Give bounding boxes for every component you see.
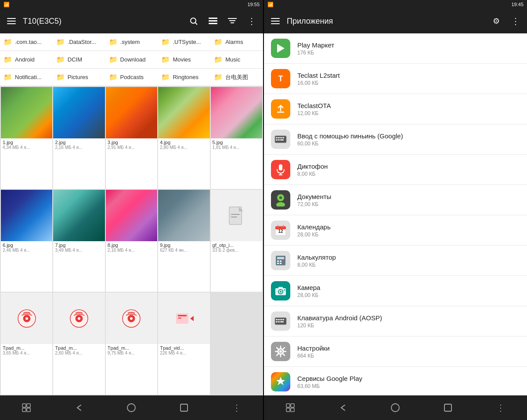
left-more-icon[interactable]: ⋮ (245, 15, 258, 27)
left-recent-btn[interactable] (18, 399, 35, 416)
folder-ringtones[interactable]: 📁 Ringtones (158, 69, 210, 86)
file-name-4jpg: 4.jpg (160, 140, 208, 145)
svg-rect-32 (180, 404, 188, 411)
search-icon[interactable] (188, 15, 200, 27)
folder-download[interactable]: 📁 Download (105, 51, 158, 69)
file-item-4jpg[interactable]: 4.jpg 2,80 МБ 4 я... (158, 87, 209, 189)
folder-podcasts[interactable]: 📁 Podcasts (105, 69, 158, 86)
left-home-btn[interactable] (123, 399, 140, 416)
file-info-tpad1: Tpad_m... 3,65 МБ 4 я... (1, 344, 52, 357)
file-meta-7jpg: 3,49 МБ 4 я... (55, 248, 103, 253)
app-name-teclastl2: Teclast L2start (297, 72, 520, 79)
folder-dcim[interactable]: 📁 DCIM (53, 51, 105, 69)
app-item-gplayservices[interactable]: Сервисы Google Play 63,60 МБ (264, 367, 527, 395)
folder-com-tao[interactable]: 📁 .com.tao... (0, 33, 53, 51)
folder-utsyste[interactable]: 📁 .UTSyste... (158, 33, 210, 51)
right-recents-btn[interactable] (439, 399, 457, 416)
app-item-playmarket[interactable]: Play Маркет 176 КБ (264, 33, 527, 64)
folder-datastor[interactable]: 📁 .DataStor... (53, 33, 105, 51)
right-top-bar: Приложения ⚙ ⋮ (264, 9, 527, 33)
file-item-tpad3[interactable]: Tpad_m... 9,75 МБ 4 я... (106, 293, 157, 395)
app-item-kamera[interactable]: Камера 28,00 КБ (264, 276, 527, 306)
right-more-nav-btn[interactable]: ⋮ (492, 399, 509, 416)
folder-movies[interactable]: 📁 Movies (158, 51, 210, 69)
filter-icon[interactable] (226, 15, 238, 27)
right-home-btn[interactable] (386, 399, 404, 416)
app-icon-playmarket (271, 39, 290, 58)
svg-rect-7 (209, 23, 217, 24)
right-time: 19:45 (511, 2, 523, 7)
svg-rect-6 (209, 20, 217, 22)
folder-icon: 📁 (109, 73, 118, 81)
app-item-klaviatura[interactable]: Клавиатура Android (AOSP) 120 КБ (264, 306, 527, 337)
app-item-dokumenty[interactable]: Документы 72,00 КБ (264, 185, 527, 215)
app-info-playmarket: Play Маркет 176 КБ (297, 41, 520, 56)
folder-android[interactable]: 📁 Android (0, 51, 53, 69)
left-more-nav-btn[interactable]: ⋮ (228, 399, 245, 416)
svg-rect-88 (291, 408, 294, 412)
file-item-2jpg[interactable]: 2.jpg 2,16 МБ 4 я... (53, 87, 105, 189)
file-item-6jpg[interactable]: 6.jpg 2,46 МБ 4 я... (1, 190, 52, 292)
left-back-btn[interactable] (70, 399, 88, 416)
svg-rect-38 (276, 137, 278, 138)
app-icon-kalendar: 12 (271, 221, 290, 240)
file-item-3jpg[interactable]: 3.jpg 2,91 МБ 4 я... (106, 87, 157, 189)
right-recent-btn[interactable] (282, 399, 299, 416)
app-size-kamera: 28,00 КБ (297, 292, 520, 298)
app-item-pinyin[interactable]: Ввод с помощью пиньинь (Google) 60,00 КБ (264, 124, 527, 155)
app-item-teclastota[interactable]: TeclastOTA 12,00 КБ (264, 94, 527, 124)
svg-rect-54 (283, 225, 284, 228)
app-item-kalkulator[interactable]: Калькулятор 8,00 КБ (264, 246, 527, 276)
svg-rect-5 (209, 18, 217, 19)
left-status-bar: 📶 19:55 (0, 0, 263, 9)
file-item-7jpg[interactable]: 7.jpg 3,49 МБ 4 я... (53, 190, 105, 292)
file-info-6jpg: 6.jpg 2,46 МБ 4 я... (1, 241, 52, 254)
right-menu-icon[interactable] (269, 15, 282, 27)
left-panel: 📶 19:55 T10(E3C5) (0, 0, 263, 420)
file-item-gf[interactable]: gf_otp_i... 33 Б 2 фев... (211, 190, 262, 292)
left-signal: 📶 (4, 2, 10, 7)
folder-name: DCIM (68, 56, 82, 63)
app-size-pinyin: 60,00 КБ (297, 141, 520, 147)
folder-notificati[interactable]: 📁 Notificati... (0, 69, 53, 86)
right-panel: 📶 19:45 Приложения ⚙ ⋮ Play Маркет (264, 0, 527, 420)
folder-alarms[interactable]: 📁 Alarms (210, 33, 263, 51)
folder-taidian[interactable]: 📁 台电美图 (210, 69, 263, 86)
app-item-kalendar[interactable]: 12 Календарь 28,00 КБ (264, 215, 527, 246)
list-view-icon[interactable] (207, 15, 219, 27)
file-name-1jpg: 1.jpg (3, 140, 51, 145)
file-item-tpad2[interactable]: Tpad_m... 2,60 МБ 4 я... (53, 293, 105, 395)
app-item-teclastl2[interactable]: T Teclast L2start 16,00 КБ (264, 64, 527, 94)
left-menu-icon[interactable] (5, 15, 18, 27)
app-icon-kalkulator (271, 251, 290, 270)
folder-pictures[interactable]: 📁 Pictures (53, 69, 105, 86)
right-back-btn[interactable] (334, 399, 352, 416)
file-item-9jpg[interactable]: 9.jpg 627 КБ 4 ян... (158, 190, 209, 292)
svg-point-22 (130, 317, 133, 320)
file-item-tpadvid[interactable]: Tpad_vid... 226 МБ 4 я... (158, 293, 209, 395)
file-thumb-4jpg (158, 87, 209, 138)
file-meta-4jpg: 2,80 МБ 4 я... (160, 145, 208, 150)
app-item-nastroiki[interactable]: Настройки 664 КБ (264, 337, 527, 367)
left-recents-btn[interactable] (175, 399, 193, 416)
files-grid: 1.jpg 4,34 МБ 4 я... 2.jpg 2,16 МБ 4 я..… (0, 86, 263, 395)
left-nav-bar: ⋮ (0, 395, 263, 420)
file-item-tpad1[interactable]: Tpad_m... 3,65 МБ 4 я... (1, 293, 52, 395)
svg-rect-85 (286, 404, 290, 407)
file-item-8jpg[interactable]: 8.jpg 2,16 МБ 4 я... (106, 190, 157, 292)
app-item-diktofon[interactable]: Диктофон 8,00 КБ (264, 155, 527, 185)
right-more-icon[interactable]: ⋮ (509, 15, 522, 27)
right-settings-icon[interactable]: ⚙ (490, 15, 502, 27)
file-name-2jpg: 2.jpg (55, 140, 103, 145)
svg-rect-59 (280, 261, 282, 262)
file-info-7jpg: 7.jpg 3,49 МБ 4 я... (53, 241, 105, 254)
folder-system[interactable]: 📁 .system (105, 33, 158, 51)
app-name-teclastota: TeclastOTA (297, 102, 520, 109)
svg-rect-34 (271, 21, 280, 22)
file-item-5jpg[interactable]: 5.jpg 1,81 МБ 4 я... (211, 87, 262, 189)
app-icon-pinyin (271, 130, 290, 149)
folder-music[interactable]: 📁 Music (210, 51, 263, 69)
file-info-9jpg: 9.jpg 627 КБ 4 ян... (158, 241, 209, 254)
svg-rect-75 (278, 321, 280, 322)
file-item-1jpg[interactable]: 1.jpg 4,34 МБ 4 я... (1, 87, 52, 189)
